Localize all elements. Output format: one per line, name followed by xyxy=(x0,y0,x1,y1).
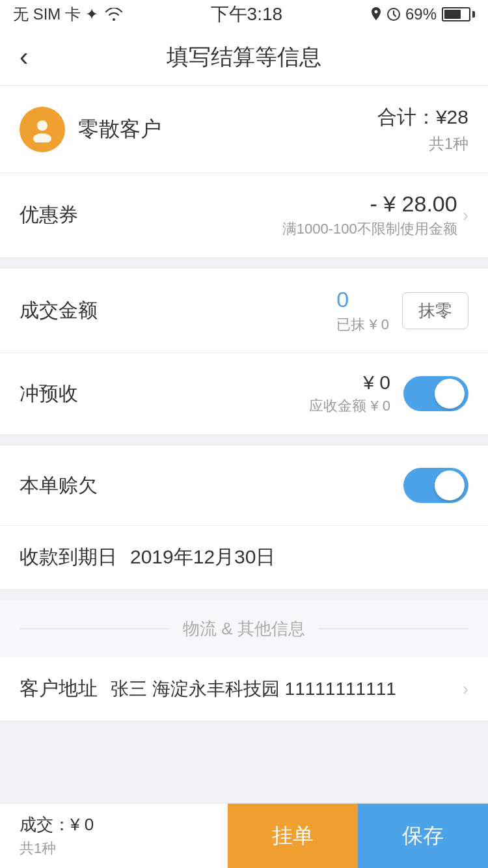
page-title: 填写结算等信息 xyxy=(167,42,321,72)
prepay-row: 冲预收 ¥ 0 应收金额 ¥ 0 xyxy=(0,353,488,434)
location-icon xyxy=(370,7,382,21)
bottom-summary: 成交：¥ 0 共1种 xyxy=(0,804,228,868)
address-chevron-icon: › xyxy=(463,679,468,699)
avatar xyxy=(20,107,65,152)
coupon-detail: - ¥ 28.00 满1000-100不限制使用金额 xyxy=(282,191,457,239)
deal-value-group: 0 已抹 ¥ 0 xyxy=(336,287,389,334)
address-label: 客户地址 xyxy=(20,675,98,702)
nav-bar: ‹ 填写结算等信息 xyxy=(0,29,488,86)
deal-label: 成交金额 xyxy=(20,297,98,324)
debt-card: 本单赊欠 收款到期日 2019年12月30日 xyxy=(0,446,488,589)
deal-row: 成交金额 0 已抹 ¥ 0 抹零 xyxy=(0,269,488,353)
status-bar: 无 SIM 卡 ✦ 下午3:18 69% xyxy=(0,0,488,29)
deal-value: 0 xyxy=(336,287,389,312)
deal-right: 0 已抹 ¥ 0 抹零 xyxy=(336,287,468,334)
address-row[interactable]: 客户地址 张三 海淀永丰科技园 11111111111 › xyxy=(0,657,488,720)
due-date-row: 收款到期日 2019年12月30日 xyxy=(0,525,488,589)
battery-percent: 69% xyxy=(405,5,437,23)
hold-button[interactable]: 挂单 xyxy=(228,804,358,868)
back-button[interactable]: ‹ xyxy=(20,42,28,72)
coupon-chevron-icon: › xyxy=(463,205,468,226)
round-off-button[interactable]: 抹零 xyxy=(402,292,468,329)
logistics-header: 物流 & 其他信息 xyxy=(0,601,488,657)
prepay-toggle-knob xyxy=(435,379,465,409)
wifi-icon xyxy=(105,8,123,21)
clock-icon xyxy=(387,8,400,21)
logistics-line-right xyxy=(318,629,468,629)
sim-label: 无 SIM 卡 ✦ xyxy=(13,4,98,25)
debt-row: 本单赊欠 xyxy=(0,446,488,525)
prepay-right: ¥ 0 应收金额 ¥ 0 xyxy=(309,372,468,416)
customer-left: 零散客户 xyxy=(20,107,161,152)
debt-label: 本单赊欠 xyxy=(20,472,98,499)
coupon-desc: 满1000-100不限制使用金额 xyxy=(282,219,457,239)
status-right: 69% xyxy=(370,5,475,23)
customer-row: 零散客户 合计：¥28 共1种 xyxy=(0,86,488,172)
debt-toggle-knob xyxy=(435,470,465,500)
content: 零散客户 合计：¥28 共1种 优惠券 - ¥ 28.00 满1000-100不… xyxy=(0,86,488,810)
bottom-bar: 成交：¥ 0 共1种 挂单 保存 xyxy=(0,803,488,868)
total-amount: 合计：¥28 xyxy=(377,104,468,131)
due-date-label: 收款到期日 xyxy=(20,544,117,571)
debt-toggle[interactable] xyxy=(403,468,468,503)
logistics-card: 物流 & 其他信息 客户地址 张三 海淀永丰科技园 11111111111 › xyxy=(0,601,488,720)
prepay-value: ¥ 0 xyxy=(309,372,390,394)
svg-point-2 xyxy=(33,133,51,142)
customer-card: 零散客户 合计：¥28 共1种 优惠券 - ¥ 28.00 满1000-100不… xyxy=(0,86,488,257)
prepay-toggle[interactable] xyxy=(403,376,468,411)
prepay-sub: 应收金额 ¥ 0 xyxy=(309,396,390,416)
bottom-count: 共1种 xyxy=(20,839,208,858)
customer-name: 零散客户 xyxy=(78,115,161,144)
battery-icon xyxy=(442,7,475,21)
status-time: 下午3:18 xyxy=(211,2,283,27)
bottom-deal-info: 成交：¥ 0 xyxy=(20,813,208,836)
status-left: 无 SIM 卡 ✦ xyxy=(13,4,123,25)
deal-card: 成交金额 0 已抹 ¥ 0 抹零 冲预收 ¥ 0 应收金额 ¥ 0 xyxy=(0,269,488,434)
svg-point-1 xyxy=(37,120,47,131)
bottom-deal-amount: ¥ 0 xyxy=(70,815,94,834)
coupon-row[interactable]: 优惠券 - ¥ 28.00 满1000-100不限制使用金额 › xyxy=(0,172,488,257)
customer-summary: 合计：¥28 共1种 xyxy=(377,104,468,154)
coupon-label: 优惠券 xyxy=(20,202,78,228)
logistics-line-left xyxy=(20,629,170,629)
total-count: 共1种 xyxy=(377,133,468,154)
save-button[interactable]: 保存 xyxy=(358,804,488,868)
logistics-title: 物流 & 其他信息 xyxy=(183,617,305,640)
deal-sub: 已抹 ¥ 0 xyxy=(336,315,389,334)
address-value: 张三 海淀永丰科技园 11111111111 xyxy=(111,677,463,701)
due-date-value: 2019年12月30日 xyxy=(130,544,275,571)
prepay-value-group: ¥ 0 应收金额 ¥ 0 xyxy=(309,372,390,416)
coupon-right: - ¥ 28.00 满1000-100不限制使用金额 › xyxy=(282,191,468,239)
bottom-deal-label: 成交： xyxy=(20,815,70,834)
prepay-label: 冲预收 xyxy=(20,381,78,407)
coupon-amount: - ¥ 28.00 xyxy=(282,191,457,217)
